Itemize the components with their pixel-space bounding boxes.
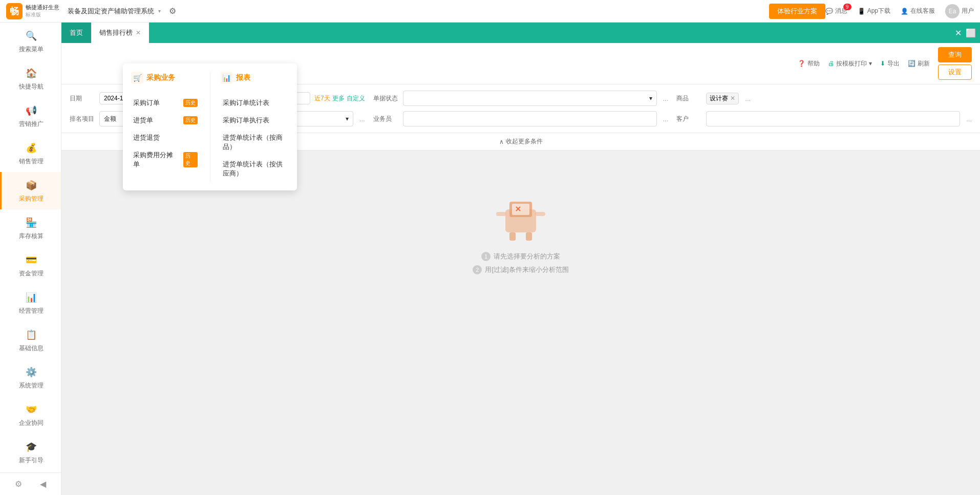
window-close-icon[interactable]: ✕ xyxy=(955,28,962,38)
purchase-expense-item[interactable]: 采购费用分摊单 历史 xyxy=(131,146,200,173)
purchase-order-stats-item[interactable]: 采购订单统计表 xyxy=(221,94,289,112)
user-menu-btn[interactable]: Ea 用户 xyxy=(945,4,974,18)
export-btn[interactable]: ⬇ 导出 xyxy=(880,59,900,68)
sidebar-quick-nav-label: 快捷导航 xyxy=(19,82,44,91)
preset-7days[interactable]: 近7天 xyxy=(314,94,330,103)
marketing-icon: 📢 xyxy=(24,103,38,118)
home-icon: 🏠 xyxy=(24,66,38,80)
tab-close-icon[interactable]: ✕ xyxy=(136,29,141,36)
empty-step2-text: 用[过滤]条件来缩小分析范围 xyxy=(485,265,568,274)
top-right-area: 💬 消息 9 📱 App下载 👤 在线客服 Ea 用户 xyxy=(825,4,974,18)
customer-dots[interactable]: ... xyxy=(966,115,972,123)
window-maximize-icon[interactable]: ⬜ xyxy=(966,28,976,38)
print-btn[interactable]: 🖨 按模板打印 ▾ xyxy=(828,59,872,68)
preset-more[interactable]: 更多 xyxy=(332,94,345,103)
logo-area: 畅 畅捷通好生意 标准版 xyxy=(6,3,68,19)
purchase-receipt-label: 进货单 xyxy=(133,116,153,125)
filter-goods: 商品 设计赛 ✕ ... xyxy=(676,93,972,104)
user-label: 用户 xyxy=(962,7,974,15)
online-service-btn[interactable]: 👤 在线客服 xyxy=(901,7,935,15)
document-status-dots[interactable]: ... xyxy=(663,95,669,102)
sidebar-item-purchase[interactable]: 📦 采购管理 xyxy=(0,172,61,209)
inventory-icon: 🏪 xyxy=(24,216,38,230)
svg-rect-7 xyxy=(496,212,506,216)
system-title-dropdown-icon[interactable]: ▾ xyxy=(158,8,161,14)
sidebar-basic-info-label: 基础信息 xyxy=(19,344,44,353)
app-name: 畅捷通好生意 xyxy=(26,4,59,11)
guide-icon: 🎓 xyxy=(24,440,38,454)
goods-filter-label: 商品 xyxy=(676,94,702,103)
document-status-dropdown[interactable]: ▾ xyxy=(649,95,652,102)
rank-dropdown-icon[interactable]: ▾ xyxy=(346,115,349,122)
date-filter-label: 日期 xyxy=(70,94,95,103)
tab-bar-actions: ✕ ⬜ xyxy=(955,28,980,38)
sidebar-item-inventory[interactable]: 🏪 库存核算 xyxy=(0,209,61,247)
sidebar-collapse-icon[interactable]: ◀ xyxy=(40,479,46,489)
app-download-label: App下载 xyxy=(867,7,890,15)
sidebar-item-enterprise[interactable]: 🤝 企业协同 xyxy=(0,396,61,434)
purchase-order-item[interactable]: 采购订单 历史 xyxy=(131,94,200,112)
sidebar-item-system[interactable]: ⚙️ 系统管理 xyxy=(0,359,61,396)
preset-custom[interactable]: 自定义 xyxy=(347,94,365,103)
online-service-label: 在线客服 xyxy=(910,7,935,15)
sidebar-item-quick-nav[interactable]: 🏠 快捷导航 xyxy=(0,60,61,97)
sidebar-finance-label: 资金管理 xyxy=(19,269,44,278)
salesperson-input[interactable] xyxy=(403,111,657,126)
purchase-order-exec-item[interactable]: 采购订单执行表 xyxy=(221,112,289,129)
industry-btn[interactable]: 体验行业方案 xyxy=(769,4,825,19)
sidebar-settings-icon[interactable]: ⚙ xyxy=(15,479,22,489)
help-btn[interactable]: ❓ 帮助 xyxy=(798,59,820,68)
sidebar-enterprise-label: 企业协同 xyxy=(19,419,44,427)
tab-home-label: 首页 xyxy=(70,28,83,37)
receipt-stats-goods-item[interactable]: 进货单统计表（按商品） xyxy=(221,129,289,156)
query-btn[interactable]: 查询 xyxy=(938,47,972,62)
sidebar-item-operations[interactable]: 📊 经营管理 xyxy=(0,284,61,321)
purchase-business-header-label: 采购业务 xyxy=(146,73,175,82)
rank-dots[interactable]: ... xyxy=(359,115,365,123)
purchase-order-label: 采购订单 xyxy=(133,98,160,107)
sidebar-system-label: 系统管理 xyxy=(19,381,44,390)
sidebar-item-basic-info[interactable]: 📋 基础信息 xyxy=(0,321,61,359)
customer-filter-label: 客户 xyxy=(676,115,702,123)
tab-sales-ranking[interactable]: 销售排行榜 ✕ xyxy=(91,23,149,43)
sidebar-marketing-label: 营销推广 xyxy=(19,120,44,128)
sidebar-bottom: ⚙ ◀ xyxy=(0,472,61,495)
tab-sales-ranking-label: 销售排行榜 xyxy=(99,28,133,37)
filter-document-status: 单据状态 ▾ ... xyxy=(373,91,669,106)
purchase-return-item[interactable]: 进货退货 xyxy=(131,129,200,146)
search-icon: 🔍 xyxy=(24,29,38,43)
purchase-order-exec-label: 采购订单执行表 xyxy=(223,116,269,125)
set-btn[interactable]: 设置 xyxy=(938,64,972,80)
sidebar-item-search[interactable]: 🔍 搜索菜单 xyxy=(0,23,61,60)
sidebar: 🔍 搜索菜单 🏠 快捷导航 📢 营销推广 💰 销售管理 📦 采购管理 🏪 库存核… xyxy=(0,23,61,495)
refresh-btn[interactable]: 🔄 刷新 xyxy=(908,59,930,68)
filter-customer: 客户 ... xyxy=(676,111,972,126)
purchase-icon: 📦 xyxy=(24,178,38,192)
salesperson-filter-label: 业务员 xyxy=(373,115,399,123)
sidebar-item-sales[interactable]: 💰 销售管理 xyxy=(0,135,61,172)
salesperson-dots[interactable]: ... xyxy=(663,115,669,123)
purchase-receipt-item[interactable]: 进货单 历史 xyxy=(131,112,200,129)
tab-home[interactable]: 首页 xyxy=(61,23,91,43)
print-label: 按模板打印 xyxy=(836,59,867,68)
document-status-input[interactable]: ▾ xyxy=(403,91,657,106)
settings-gear-icon[interactable]: ⚙ xyxy=(169,6,176,16)
sidebar-item-marketing[interactable]: 📢 营销推广 xyxy=(0,97,61,135)
print-dropdown-icon[interactable]: ▾ xyxy=(869,60,872,67)
app-download-btn[interactable]: 📱 App下载 xyxy=(858,7,890,15)
customer-input[interactable] xyxy=(706,111,960,126)
phone-icon: 📱 xyxy=(858,8,865,15)
empty-svg-icon xyxy=(490,191,551,243)
receipt-stats-supplier-item[interactable]: 进货单统计表（按供应商） xyxy=(221,156,289,182)
notifications-btn[interactable]: 💬 消息 9 xyxy=(825,7,847,15)
print-icon: 🖨 xyxy=(828,60,834,67)
refresh-label: 刷新 xyxy=(918,59,930,68)
sidebar-item-finance[interactable]: 💳 资金管理 xyxy=(0,247,61,284)
sidebar-item-guide[interactable]: 🎓 新手引导 xyxy=(0,434,61,471)
receipt-stats-goods-label: 进货单统计表（按商品） xyxy=(223,133,287,152)
main-layout: 🔍 搜索菜单 🏠 快捷导航 📢 营销推广 💰 销售管理 📦 采购管理 🏪 库存核… xyxy=(0,23,980,495)
goods-dots[interactable]: ... xyxy=(745,95,751,102)
purchase-receipt-history-badge: 历史 xyxy=(183,116,198,124)
svg-rect-5 xyxy=(509,232,516,241)
goods-tag-close-icon[interactable]: ✕ xyxy=(730,95,735,102)
